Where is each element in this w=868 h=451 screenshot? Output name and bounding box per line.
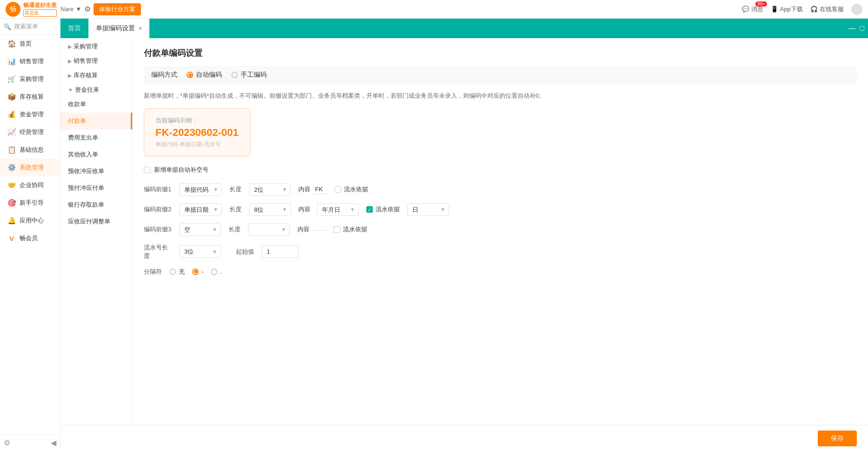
- business-icon: 📈: [7, 128, 16, 136]
- sidebar-item-home[interactable]: 🏠 首页: [0, 35, 60, 53]
- auto-fill-checkbox[interactable]: [144, 167, 150, 173]
- sub-item-bank[interactable]: 银行存取款单: [61, 196, 132, 213]
- prefix2-flow-unit-wrapper: 日 ▼: [407, 203, 449, 216]
- auto-encode-radio[interactable]: 自动编码: [187, 71, 222, 79]
- prefix1-length-select[interactable]: 2位: [249, 183, 291, 196]
- serial-length-select[interactable]: 3位: [179, 245, 221, 258]
- tab-home[interactable]: 首页: [61, 19, 88, 38]
- expand-icon: [68, 87, 73, 93]
- tab-close-icon[interactable]: ×: [139, 25, 142, 32]
- headset-icon: 🎧: [810, 6, 818, 13]
- tab-encode-setting[interactable]: 单据编码设置 ×: [88, 19, 149, 38]
- sub-item-prepay[interactable]: 预付冲应付单: [61, 180, 132, 196]
- prefix3-flow-check[interactable]: 流水依据: [334, 225, 367, 234]
- sub-item-adjust[interactable]: 应收应付调整单: [61, 213, 132, 230]
- prefix3-select-wrapper: 空 ▼: [179, 223, 221, 236]
- online-support-button[interactable]: 🎧 在线客服: [810, 5, 844, 13]
- sidebar-item-business[interactable]: 📈 经营管理: [0, 123, 60, 141]
- logo: 畅 畅通道好生意 搭息版: [6, 1, 57, 17]
- sidebar-item-inventory[interactable]: 📦 库存核算: [0, 88, 60, 106]
- sidebar-item-apps[interactable]: 🔔 应用中心: [0, 212, 60, 229]
- sidebar-item-guide[interactable]: 🎯 新手引导: [0, 194, 60, 212]
- prefix2-content-select[interactable]: 年月日: [317, 203, 359, 216]
- prefix2-select[interactable]: 单据日期: [179, 203, 222, 216]
- prefix2-flow-checkbox[interactable]: ✓: [366, 206, 373, 213]
- sub-item-payment[interactable]: 付款单: [61, 113, 132, 129]
- logo-icon: 畅: [6, 2, 20, 17]
- sub-group-sales[interactable]: 销售管理: [61, 53, 132, 67]
- sidebar-item-member[interactable]: V 畅会员: [0, 229, 60, 247]
- top-nav: Nare ▼ ⚙ 体验行业方案: [61, 3, 141, 15]
- sidebar-search[interactable]: 🔍 搜索菜单: [0, 19, 60, 35]
- user-avatar[interactable]: [851, 4, 862, 15]
- basic-icon: 📋: [7, 146, 16, 154]
- maximize-icon[interactable]: □: [860, 24, 864, 33]
- start-value-input[interactable]: [262, 245, 299, 258]
- member-icon: V: [7, 234, 16, 242]
- minimize-icon[interactable]: —: [848, 24, 856, 33]
- inventory-icon: 📦: [7, 93, 16, 101]
- sep-dash-radio[interactable]: -: [192, 268, 203, 275]
- collapse-icon[interactable]: ◀: [51, 438, 56, 447]
- sales-icon: 📊: [7, 57, 16, 66]
- radio-manual-indicator: [231, 72, 238, 78]
- top-bar: 畅 畅通道好生意 搭息版 Nare ▼ ⚙ 体验行业方案 💬 消息 99+ 📱 …: [0, 0, 868, 19]
- code-preview-box: 当前编码示例： FK-20230602-001 单据代码-单据日期-流水号: [144, 108, 250, 156]
- sidebar-item-enterprise[interactable]: 🤝 企业协同: [0, 176, 60, 194]
- home-icon: 🏠: [7, 40, 16, 48]
- page-content: 采购管理 销售管理 库存核算 资金往来 收款单 付款单: [61, 38, 868, 425]
- radio-dash-indicator: [192, 269, 199, 275]
- sub-group-inventory[interactable]: 库存核算: [61, 67, 132, 81]
- prefix3-select[interactable]: 空: [179, 223, 221, 236]
- expand-icon: [68, 58, 72, 64]
- prefix1-flow-check[interactable]: 流水依据: [335, 185, 368, 194]
- guide-icon: 🎯: [7, 199, 16, 207]
- prefix2-select-wrapper: 单据日期 ▼: [179, 203, 222, 216]
- sidebar-item-basic[interactable]: 📋 基础信息: [0, 141, 60, 159]
- sidebar-item-finance[interactable]: 💰 资金管理: [0, 106, 60, 123]
- sep-dot-radio[interactable]: .: [211, 268, 222, 275]
- finance-icon: 💰: [7, 110, 16, 119]
- sep-none-radio[interactable]: 无: [169, 268, 185, 276]
- sub-item-receipt[interactable]: 收款单: [61, 96, 132, 113]
- radio-auto-indicator: [187, 72, 193, 78]
- sidebar-item-system[interactable]: ⚙️ 系统管理: [0, 159, 60, 176]
- sidebar-bottom: ⚙ ◀: [0, 434, 60, 451]
- top-bar-left: 畅 畅通道好生意 搭息版 Nare ▼ ⚙ 体验行业方案: [6, 1, 141, 17]
- prefix1-row: 编码前缀1 单据代码 ▼ 长度 2位 ▼: [144, 183, 857, 196]
- sub-item-other-income[interactable]: 其他收入单: [61, 146, 132, 163]
- prefix3-length-select[interactable]: [248, 223, 290, 236]
- logo-text: 畅通道好生意 搭息版: [23, 1, 57, 17]
- prefix2-flow-check[interactable]: ✓ 流水依据: [366, 205, 400, 214]
- sub-group-capital[interactable]: 资金往来: [61, 81, 132, 96]
- prefix2-length-select[interactable]: 8位: [249, 203, 291, 216]
- page-title: 付款单编码设置: [144, 47, 857, 59]
- manual-encode-radio[interactable]: 手工编码: [231, 71, 267, 79]
- tab-bar: 首页 单据编码设置 × — □: [61, 19, 868, 38]
- sidebar-item-sales[interactable]: 📊 销售管理: [0, 53, 60, 70]
- messages-button[interactable]: 💬 消息 99+: [742, 5, 763, 13]
- settings-icon[interactable]: ⚙: [4, 438, 10, 447]
- app-download-button[interactable]: 📱 App下载: [771, 5, 803, 13]
- prefix1-flow-checkbox[interactable]: [335, 186, 341, 193]
- prefix1-select[interactable]: 单据代码: [179, 183, 222, 196]
- prefix2-row: 编码前缀2 单据日期 ▼ 长度 8位 ▼: [144, 203, 857, 216]
- bottom-bar: 保存: [61, 425, 868, 451]
- save-button[interactable]: 保存: [818, 431, 857, 446]
- sub-item-expense[interactable]: 费用支出单: [61, 129, 132, 146]
- experience-button[interactable]: 体验行业方案: [94, 3, 141, 15]
- mobile-icon: 📱: [771, 6, 778, 13]
- system-icon: ⚙️: [7, 163, 16, 172]
- search-icon: 🔍: [4, 23, 11, 30]
- enterprise-icon: 🤝: [7, 181, 16, 189]
- sidebar-item-purchase[interactable]: 🛒 采购管理: [0, 70, 60, 88]
- content-area: 首页 单据编码设置 × — □ 采购管理 销售管理: [61, 19, 868, 451]
- sub-item-advance-receipt[interactable]: 预收冲应收单: [61, 163, 132, 180]
- sub-group-purchase[interactable]: 采购管理: [61, 38, 132, 53]
- nav-dropdown[interactable]: Nare ▼: [61, 6, 81, 13]
- serial-row: 流水号长度 3位 ▼ 起始值: [144, 243, 857, 260]
- prefix3-flow-checkbox[interactable]: [334, 226, 340, 233]
- message-icon: 💬: [742, 6, 749, 13]
- prefix2-flow-unit-select[interactable]: 日: [407, 203, 449, 216]
- gear-icon[interactable]: ⚙: [84, 5, 91, 13]
